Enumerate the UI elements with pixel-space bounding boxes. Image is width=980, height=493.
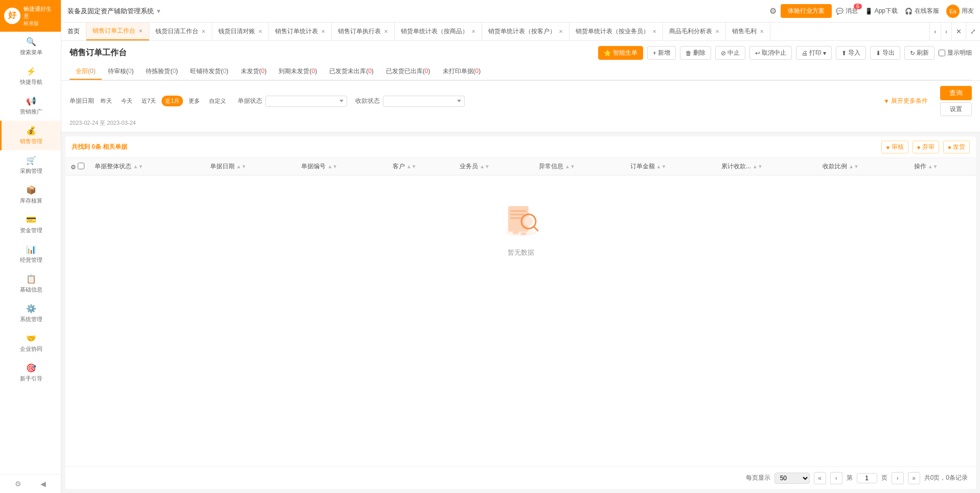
date-option-更多[interactable]: 更多 xyxy=(185,96,203,106)
refresh-button[interactable]: ↻ 刷新 xyxy=(904,46,935,60)
sidebar-item-basic-info[interactable]: 📋基础信息 xyxy=(0,269,61,299)
tab-close-sales-summary-customer[interactable]: ✕ xyxy=(559,29,563,34)
subtab-shipped-warehoused[interactable]: 已发货已出库(0) xyxy=(380,64,437,80)
topbar-dropdown-icon[interactable]: ▾ xyxy=(157,7,161,15)
payment-select[interactable] xyxy=(383,96,465,107)
tab-close-sales-exec[interactable]: ✕ xyxy=(384,29,388,34)
date-option-近7天[interactable]: 近7天 xyxy=(138,96,159,106)
sort-icon-anomaly[interactable]: ▲▼ xyxy=(565,164,575,169)
page-title: 销售订单工作台 xyxy=(70,48,127,58)
sidebar-item-quick-nav[interactable]: ⚡快捷导航 xyxy=(0,61,61,91)
stop-button[interactable]: ⊘ 中止 xyxy=(715,46,745,60)
show-detail-label[interactable]: 显示明细 xyxy=(939,49,972,57)
add-button[interactable]: + 新增 xyxy=(647,46,676,60)
tab-close-product-margin[interactable]: ✕ xyxy=(715,29,719,34)
tab-sales-exec[interactable]: 销售订单执行表✕ xyxy=(332,23,395,40)
filter-settings-button[interactable]: 设置 xyxy=(940,102,972,116)
tab-sales-summary-product[interactable]: 销货单统计表（按商品）✕ xyxy=(395,23,482,40)
sort-icon-amount[interactable]: ▲▼ xyxy=(656,164,667,169)
export-button[interactable]: ⬇ 导出 xyxy=(870,46,900,60)
tab-cash-reconcile[interactable]: 钱货日清对账✕ xyxy=(212,23,269,40)
sidebar-item-search[interactable]: 🔍搜索菜单 xyxy=(0,32,61,61)
tab-close-sales-stats[interactable]: ✕ xyxy=(321,29,325,34)
first-page-btn[interactable]: « xyxy=(814,472,826,484)
query-button[interactable]: 查询 xyxy=(940,86,972,100)
tab-home[interactable]: 首页 xyxy=(61,23,86,40)
tab-close-cash-reconcile[interactable]: ✕ xyxy=(258,29,262,34)
tab-product-margin[interactable]: 商品毛利分析表✕ xyxy=(663,23,726,40)
online-service-btn[interactable]: 🎧 在线客服 xyxy=(905,7,939,15)
tab-sales-summary-staff[interactable]: 销货单统计表（按业务员）✕ xyxy=(569,23,663,40)
tab-cash-daily[interactable]: 钱货日清工作台✕ xyxy=(149,23,212,40)
sidebar-collapse-btn[interactable]: ◀ xyxy=(40,480,46,488)
cancel-stop-button[interactable]: ↩ 取消中止 xyxy=(749,46,792,60)
sidebar-item-operations[interactable]: 📊经营管理 xyxy=(0,239,61,269)
tab-close-sales-summary-staff[interactable]: ✕ xyxy=(652,29,656,34)
subtab-wangpu-pending[interactable]: 旺铺待发货(0) xyxy=(184,64,235,80)
date-option-自定义[interactable]: 自定义 xyxy=(206,96,230,106)
solution-button-visible[interactable]: 体验行业方案 xyxy=(781,4,832,18)
subtab-pending-inspect[interactable]: 待拣验货(0) xyxy=(140,64,184,80)
print-button[interactable]: 🖨 打印 ▾ xyxy=(796,46,832,60)
status-select[interactable] xyxy=(265,96,347,107)
tab-prev-btn[interactable]: ‹ xyxy=(929,23,940,40)
date-option-昨天[interactable]: 昨天 xyxy=(97,96,116,106)
topbar-settings-icon[interactable]: ⚙ xyxy=(769,6,777,16)
tab-sales-profit[interactable]: 销售毛利✕ xyxy=(726,23,770,40)
sort-icon-date[interactable]: ▲▼ xyxy=(236,164,246,169)
sidebar-item-finance[interactable]: 💳资金管理 xyxy=(0,210,61,239)
sidebar-item-guide[interactable]: 🎯新手引导 xyxy=(0,358,61,388)
tab-close-sales-workbench[interactable]: ✕ xyxy=(139,28,143,34)
tab-close-sales-profit[interactable]: ✕ xyxy=(760,29,764,34)
user-menu-btn[interactable]: Ea 用友 xyxy=(946,5,974,18)
sort-icon-status[interactable]: ▲▼ xyxy=(133,164,143,169)
subtab-all[interactable]: 全部(0) xyxy=(70,64,102,80)
expand-filter-btn[interactable]: ▼ 展开更多条件 xyxy=(883,97,928,105)
tab-close-sales-summary-product[interactable]: ✕ xyxy=(471,29,475,34)
sort-icon-action[interactable]: ▲▼ xyxy=(928,164,938,169)
sort-icon-collected[interactable]: ▲▼ xyxy=(753,164,763,169)
tab-fullscreen-btn[interactable]: ⤢ xyxy=(966,23,980,40)
tab-next-btn[interactable]: › xyxy=(941,23,951,40)
sidebar-item-sales[interactable]: 💰销售管理 xyxy=(0,121,61,150)
show-detail-checkbox[interactable] xyxy=(939,50,945,56)
tab-sales-stats[interactable]: 销售订单统计表✕ xyxy=(269,23,332,40)
tab-close-cash-daily[interactable]: ✕ xyxy=(201,29,206,34)
sort-icon-staff[interactable]: ▲▼ xyxy=(480,164,490,169)
smart-create-button[interactable]: ⭐ 智能生单 xyxy=(598,46,643,60)
next-page-btn[interactable]: › xyxy=(892,472,904,484)
subtab-shipped-not-warehoused[interactable]: 已发货未出库(0) xyxy=(323,64,380,80)
sort-icon-customer[interactable]: ▲▼ xyxy=(406,164,417,169)
cancel-review-action-btn[interactable]: ● 弃审 xyxy=(913,141,939,153)
date-option-近1月[interactable]: 近1月 xyxy=(162,96,183,106)
delete-button[interactable]: 🗑 删除 xyxy=(680,46,711,60)
ship-action-btn[interactable]: ● 发货 xyxy=(943,141,970,153)
th-settings-icon[interactable]: ⚙ xyxy=(71,164,76,171)
sidebar-item-purchase[interactable]: 🛒采购管理 xyxy=(0,150,61,180)
date-option-今天[interactable]: 今天 xyxy=(118,96,136,106)
sidebar-item-inventory[interactable]: 📦库存核算 xyxy=(0,180,61,210)
sort-icon-ratio[interactable]: ▲▼ xyxy=(849,164,859,169)
page-input[interactable] xyxy=(857,473,877,483)
main-area: 装备及固定资产辅助管理系统 ▾ ⚙ 体验行业方案 💬 消息 6 📱 App下载 … xyxy=(61,0,980,493)
sidebar-item-enterprise[interactable]: 🤝企业协同 xyxy=(0,328,61,358)
tab-close-all-btn[interactable]: ✕ xyxy=(951,23,966,40)
review-action-btn[interactable]: ● 审核 xyxy=(881,141,908,153)
message-btn[interactable]: 💬 消息 6 xyxy=(836,7,858,15)
subtab-not-shipped[interactable]: 未发货(0) xyxy=(235,64,273,80)
sidebar-item-marketing[interactable]: 📢营销推广 xyxy=(0,91,61,121)
last-page-btn[interactable]: » xyxy=(908,472,920,484)
subtab-overdue-not-shipped[interactable]: 到期未发货(0) xyxy=(272,64,323,80)
tab-sales-summary-customer[interactable]: 销货单统计表（按客户）✕ xyxy=(482,23,569,40)
subtab-not-printed[interactable]: 未打印单据(0) xyxy=(437,64,487,80)
prev-page-btn[interactable]: ‹ xyxy=(830,472,842,484)
per-page-select[interactable]: 102050100 xyxy=(774,473,810,484)
tab-sales-workbench[interactable]: 销售订单工作台✕ xyxy=(86,23,149,40)
import-button[interactable]: ⬆ 导入 xyxy=(836,46,866,60)
sidebar-settings-btn[interactable]: ⚙ xyxy=(15,480,21,488)
select-all-checkbox[interactable] xyxy=(78,163,84,169)
app-download-btn[interactable]: 📱 App下载 xyxy=(865,7,898,15)
sidebar-item-system[interactable]: ⚙️系统管理 xyxy=(0,299,61,328)
sort-icon-number[interactable]: ▲▼ xyxy=(327,164,337,169)
subtab-pending-review[interactable]: 待审核(0) xyxy=(102,64,140,80)
